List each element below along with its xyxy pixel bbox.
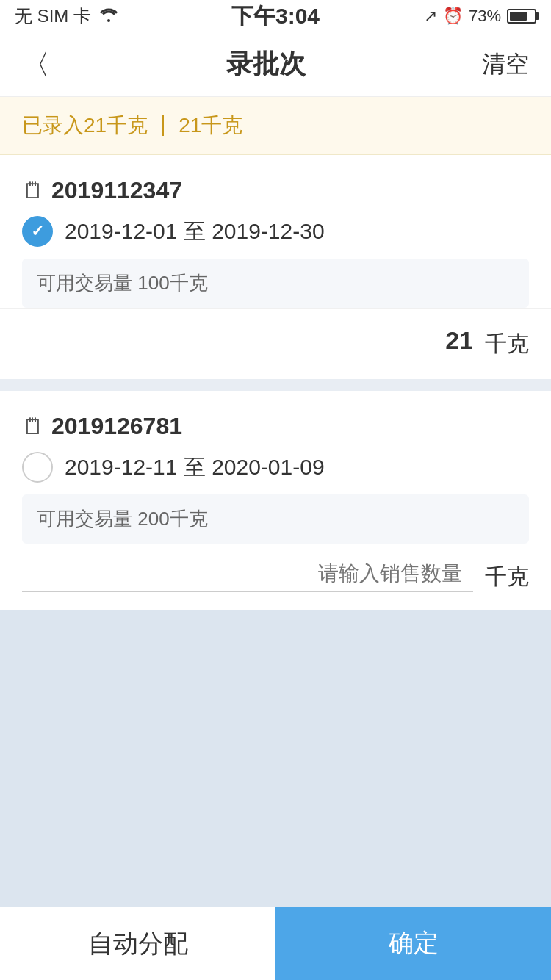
batch-header-1: 🗒 2019112347 <box>22 177 529 204</box>
alarm-icon: ⏰ <box>443 7 463 26</box>
batch-header-2: 🗒 2019126781 <box>22 413 529 440</box>
carrier-label: 无 SIM 卡 <box>15 4 91 28</box>
summary-value: 21千克 <box>179 112 242 140</box>
batch-card-1: 🗒 2019112347 2019-12-01 至 2019-12-30 可用交… <box>0 155 551 308</box>
confirm-button[interactable]: 确定 <box>276 907 551 980</box>
quantity-unit-1: 千克 <box>485 329 529 359</box>
batch-date-row-1[interactable]: 2019-12-01 至 2019-12-30 <box>22 216 529 247</box>
wifi-icon <box>98 6 119 26</box>
clear-button[interactable]: 清空 <box>482 48 529 81</box>
back-button[interactable]: 〈 <box>22 51 50 79</box>
empty-area <box>0 610 551 907</box>
auto-distribute-button[interactable]: 自动分配 <box>0 907 276 980</box>
batch-available-1: 可用交易量 100千克 <box>22 259 529 308</box>
quantity-row-2: 千克 <box>0 544 551 610</box>
batch-id-icon-1: 🗒 <box>22 179 44 203</box>
quantity-input-wrap-1: 21 <box>22 326 473 361</box>
summary-bar: 已录入21千克 21千克 <box>0 97 551 155</box>
batch-available-2: 可用交易量 200千克 <box>22 494 529 544</box>
batch-date-1: 2019-12-01 至 2019-12-30 <box>65 217 325 247</box>
summary-entered-label: 已录入21千克 <box>22 112 148 140</box>
quantity-input-2[interactable] <box>22 562 473 592</box>
summary-divider <box>162 115 164 136</box>
batch-card-2: 🗒 2019126781 2019-12-11 至 2020-01-09 可用交… <box>0 391 551 544</box>
quantity-value-1: 21 <box>445 326 473 355</box>
batch-date-2: 2019-12-11 至 2020-01-09 <box>65 453 325 483</box>
status-time: 下午3:04 <box>231 1 320 32</box>
batch-id-icon-2: 🗒 <box>22 414 44 439</box>
location-icon: ↗ <box>424 7 437 26</box>
page-title: 录批次 <box>226 46 306 82</box>
batch-id-2: 2019126781 <box>51 413 182 440</box>
battery-icon <box>507 9 536 24</box>
nav-bar: 〈 录批次 清空 <box>0 32 551 97</box>
battery-percent: 73% <box>469 7 501 26</box>
status-left: 无 SIM 卡 <box>15 4 119 28</box>
bottom-bar: 自动分配 确定 <box>0 907 551 980</box>
radio-2[interactable] <box>22 452 53 483</box>
quantity-unit-2: 千克 <box>485 562 529 592</box>
batch-date-row-2[interactable]: 2019-12-11 至 2020-01-09 <box>22 452 529 483</box>
quantity-row-1: 21 千克 <box>0 308 551 379</box>
section-divider <box>0 379 551 391</box>
batch-id-1: 2019112347 <box>51 177 182 204</box>
status-bar: 无 SIM 卡 下午3:04 ↗ ⏰ 73% <box>0 0 551 32</box>
status-right: ↗ ⏰ 73% <box>424 7 536 26</box>
page-content: 已录入21千克 21千克 🗒 2019112347 2019-12-01 至 2… <box>0 97 551 907</box>
radio-1[interactable] <box>22 216 53 247</box>
